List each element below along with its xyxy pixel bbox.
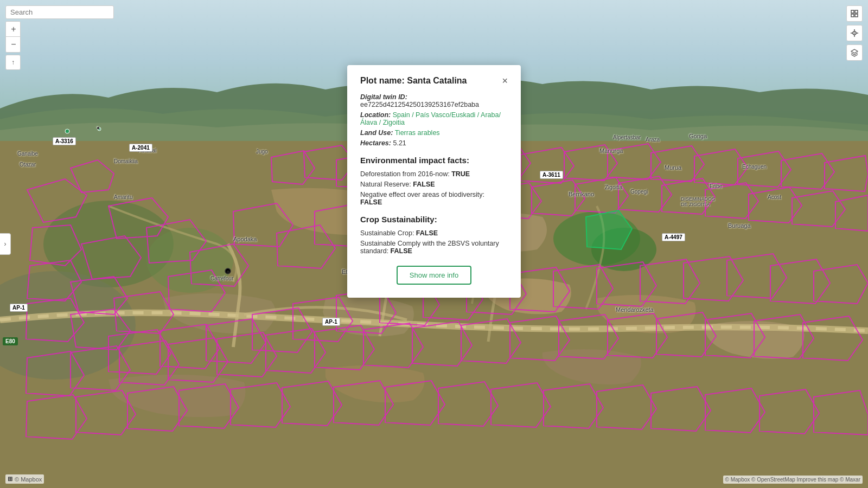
crop-section-title: Crop Sustainability: bbox=[360, 215, 508, 224]
place-label-acost: Acost bbox=[768, 194, 781, 200]
popup-close-button[interactable]: × bbox=[502, 76, 508, 86]
zoom-in-button[interactable]: + bbox=[6, 22, 21, 37]
place-label-domaikiia: Domaikiia bbox=[114, 158, 138, 164]
hectares-value: 5.21 bbox=[393, 139, 406, 147]
map-controls-left: + − ↑ bbox=[5, 5, 114, 70]
place-label-echaguen: Echaguen bbox=[742, 164, 767, 170]
mapbox-attribution-text: © Mapbox bbox=[15, 476, 42, 483]
svg-rect-113 bbox=[855, 10, 858, 13]
road-label-a3316: A-3316 bbox=[53, 137, 76, 145]
natural-reserve-label: Natural Reserve: bbox=[360, 181, 411, 188]
search-input[interactable] bbox=[10, 8, 109, 16]
hectares-label: Hectares: bbox=[360, 139, 391, 147]
location-button[interactable] bbox=[846, 25, 863, 41]
svg-rect-115 bbox=[855, 14, 858, 17]
svg-point-117 bbox=[854, 33, 855, 34]
map-attribution-right: © Mapbox © OpenStreetMap Improve this ma… bbox=[723, 476, 863, 484]
svg-rect-114 bbox=[851, 14, 854, 17]
deforestation-field: Deforestation from 2016-now: TRUE bbox=[360, 170, 508, 178]
digital-twin-field: Digital twin ID: ee7225d4212542501392531… bbox=[360, 93, 508, 108]
place-label-alpertasbar: Alpertasbar bbox=[613, 134, 641, 140]
road-label-a2041: A-2041 bbox=[129, 144, 152, 152]
place-label-murua: Murua bbox=[665, 164, 681, 171]
svg-rect-112 bbox=[851, 10, 854, 13]
sustainable-crop-label: Sustainable Crop: bbox=[360, 229, 414, 237]
place-label-gopegi: Gopegi bbox=[630, 189, 648, 195]
place-label-eribe: Eribe bbox=[710, 183, 722, 189]
place-label-ganaibe: Ganaibe bbox=[17, 151, 38, 157]
place-label-amaritu: Amaritu bbox=[114, 194, 132, 200]
popup-title: Plot name: Santa Catalina bbox=[360, 76, 467, 86]
svg-point-100 bbox=[65, 129, 69, 133]
road-label-ap1-left: AP-1 bbox=[10, 304, 28, 312]
place-label-manurga: Manurga bbox=[599, 147, 623, 154]
mapbox-attribution: ⊞ © Mapbox bbox=[5, 474, 44, 484]
deforestation-label: Deforestation from 2016-now: bbox=[360, 170, 450, 178]
digital-twin-label: Digital twin ID: bbox=[360, 93, 407, 101]
sustainable-comply-label: Sustainable Comply with the 2BSVS volunt… bbox=[360, 240, 499, 255]
sidebar-toggle[interactable]: › bbox=[0, 233, 11, 255]
biodiversity-value: FALSE bbox=[360, 198, 382, 206]
sustainable-comply-value: FALSE bbox=[391, 247, 412, 255]
natural-reserve-value: FALSE bbox=[413, 181, 435, 188]
road-label-a4497: A-4497 bbox=[662, 233, 685, 241]
expand-button[interactable] bbox=[846, 5, 863, 22]
place-label-diseminados: DISEMINADOSDE ZIGOITIA bbox=[681, 196, 715, 207]
land-use-value: Tierras arables bbox=[395, 129, 440, 137]
place-label-berrikano: Berrikano bbox=[569, 191, 594, 197]
sustainable-crop-value: FALSE bbox=[416, 229, 438, 237]
place-label-gonga: Gonga bbox=[689, 133, 707, 139]
place-label-jugo: Jugo bbox=[256, 149, 268, 155]
road-label-e80: E80 bbox=[3, 337, 18, 345]
show-more-button[interactable]: Show more info bbox=[397, 266, 471, 285]
biodiversity-field: Negative effect over areas of biodiversi… bbox=[360, 191, 508, 206]
biodiversity-label: Negative effect over areas of biodiversi… bbox=[360, 191, 484, 198]
popup-button-row: Show more info bbox=[360, 266, 508, 285]
location-label: Location: bbox=[360, 111, 391, 119]
location-field: Location: Spain / País Vasco/Euskadi / A… bbox=[360, 111, 508, 126]
layers-button[interactable] bbox=[846, 44, 863, 61]
place-label-apodaka: Apodaka bbox=[233, 236, 257, 242]
sustainable-crop-field: Sustainable Crop: FALSE bbox=[360, 229, 508, 237]
road-label-ap1-center: AP-1 bbox=[322, 318, 340, 326]
popup-header: Plot name: Santa Catalina × bbox=[360, 76, 508, 86]
digital-twin-value: ee7225d421254250139253167ef2baba bbox=[360, 101, 479, 108]
svg-text:⊕: ⊕ bbox=[226, 269, 230, 274]
zoom-out-button[interactable]: − bbox=[6, 37, 21, 52]
place-label-small1: ● bbox=[97, 125, 100, 131]
env-section-title: Environmental impact facts: bbox=[360, 156, 508, 165]
zoom-controls: + − bbox=[5, 21, 21, 53]
land-use-field: Land Use: Tierras arables bbox=[360, 129, 508, 137]
place-label-araza: Araza bbox=[646, 137, 660, 143]
hectares-field: Hectares: 5.21 bbox=[360, 139, 508, 147]
road-label-a3611: A-3611 bbox=[540, 171, 563, 179]
place-label-carrefour: Carrefour bbox=[210, 275, 233, 281]
sustainable-comply-field: Sustainable Comply with the 2BSVS volunt… bbox=[360, 240, 508, 255]
deforestation-value: TRUE bbox=[451, 170, 470, 178]
map-controls-right bbox=[846, 5, 863, 61]
compass-button[interactable]: ↑ bbox=[5, 55, 21, 70]
place-label-buruaga: Buruaga bbox=[728, 222, 751, 229]
natural-reserve-field: Natural Reserve: FALSE bbox=[360, 181, 508, 188]
place-label-mendarozketa: Mendarozketa bbox=[616, 306, 654, 313]
place-label-zigoitia: Zigoitia bbox=[605, 184, 622, 190]
plot-info-popup: Plot name: Santa Catalina × Digital twin… bbox=[347, 65, 521, 298]
mapbox-logo: ⊞ bbox=[8, 476, 12, 483]
search-box-container bbox=[5, 5, 114, 19]
land-use-label: Land Use: bbox=[360, 129, 393, 137]
place-label-otazar: Otazar bbox=[20, 162, 36, 168]
